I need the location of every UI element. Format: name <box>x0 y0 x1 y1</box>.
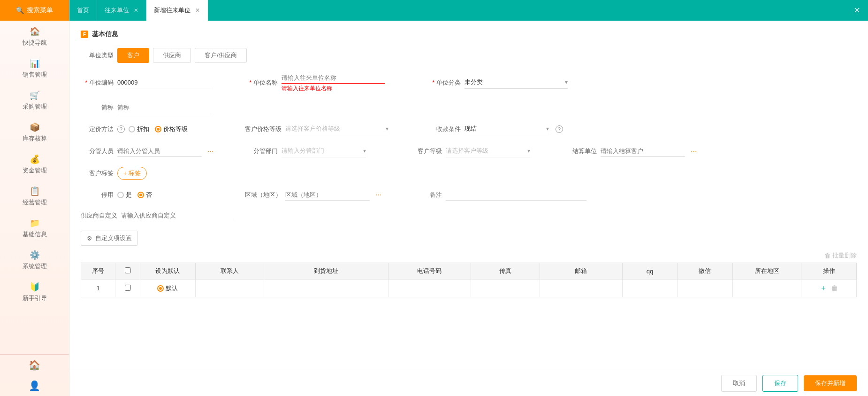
custom-settings-label: 自定义项设置 <box>95 234 132 242</box>
payment-terms-select[interactable]: 现结 ▾ <box>464 123 549 135</box>
search-menu-button[interactable]: 🔍 搜索菜单 <box>0 0 69 21</box>
wechat-input[interactable] <box>682 285 727 292</box>
address-input[interactable] <box>269 285 383 292</box>
tab-new-partner[interactable]: 新增往来单位 ✕ <box>146 0 208 21</box>
table-row: 1 默认 <box>81 280 857 297</box>
phone-input[interactable] <box>393 285 466 292</box>
region-field: 区域（地区） ··· <box>245 189 395 201</box>
sidebar-item-label: 基础信息 <box>23 230 47 239</box>
tab-home[interactable]: 首页 <box>69 0 97 21</box>
disable-label: 停用 <box>81 191 114 199</box>
table-select-all-checkbox[interactable] <box>125 267 131 273</box>
short-name-input[interactable] <box>117 102 211 113</box>
settlement-unit-input[interactable] <box>601 146 685 157</box>
pricing-help-icon[interactable]: ? <box>117 125 125 133</box>
sidebar-item-inventory[interactable]: 📦 库存核算 <box>0 116 69 148</box>
customer-level-select[interactable]: 请选择客户等级 ▾ <box>446 145 530 157</box>
row-seq: 1 <box>81 280 115 297</box>
contact-input[interactable] <box>200 285 259 292</box>
customer-price-level-select[interactable]: 请选择客户价格等级 ▾ <box>285 123 388 135</box>
save-new-button[interactable]: 保存并新增 <box>804 375 857 391</box>
notes-input[interactable] <box>446 189 586 201</box>
tab-partners[interactable]: 往来单位 ✕ <box>97 0 146 21</box>
region-label: 区域（地区） <box>245 191 282 199</box>
department-select[interactable]: 请输入分管部门 ▾ <box>282 145 366 157</box>
customer-level-placeholder: 请选择客户等级 <box>446 147 488 155</box>
disable-radios: 是 否 <box>117 191 152 199</box>
row-qq[interactable] <box>622 280 677 297</box>
pricing-discount-radio[interactable]: 折扣 <box>129 125 149 133</box>
row-delete-btn[interactable]: 🗑 <box>831 284 838 293</box>
sidebar-user-icon[interactable]: 👤 <box>0 375 69 396</box>
pricing-level-radio[interactable]: 价格等级 <box>155 125 188 133</box>
row-checkbox[interactable] <box>125 285 131 291</box>
row-fax[interactable] <box>471 280 540 297</box>
quick-nav-icon: 🏠 <box>30 26 40 37</box>
customer-tag-field: 客户标签 + 标签 <box>81 167 857 180</box>
department-chevron: ▾ <box>363 148 366 154</box>
price-level-circle <box>155 126 161 132</box>
region-table-input[interactable] <box>738 285 797 292</box>
purchase-icon: 🛒 <box>30 90 40 101</box>
tab-bar-close-all[interactable]: ✕ <box>846 5 868 16</box>
manager-row: 分管人员 ··· 分管部门 请输入分管部门 ▾ 客户等级 请选择客户等级 ▾ <box>81 145 857 157</box>
sidebar-item-finance[interactable]: 💰 资金管理 <box>0 148 69 180</box>
region-input[interactable] <box>285 189 370 201</box>
sidebar-item-system[interactable]: ⚙️ 系统管理 <box>0 244 69 276</box>
cancel-button[interactable]: 取消 <box>721 375 757 392</box>
unit-category-select[interactable]: 未分类 ▾ <box>464 76 568 89</box>
sidebar-item-label: 资金管理 <box>23 166 47 175</box>
custom-settings-button[interactable]: ⚙ 自定义项设置 <box>81 231 138 246</box>
pricing-method-field: 定价方法 ? 折扣 价格等级 <box>81 125 231 133</box>
notes-field: 备注 <box>409 189 857 201</box>
row-email[interactable] <box>540 280 622 297</box>
manager-input[interactable] <box>117 146 202 157</box>
sidebar-item-basic-info[interactable]: 📁 基础信息 <box>0 212 69 244</box>
sidebar-item-quick-nav[interactable]: 🏠 快捷导航 <box>0 21 69 53</box>
unit-name-input[interactable] <box>282 72 385 84</box>
fax-input[interactable] <box>476 285 535 292</box>
unit-type-both-btn[interactable]: 客户/供应商 <box>195 48 247 63</box>
unit-type-label: 单位类型 <box>81 51 114 60</box>
supplier-custom-label: 供应商自定义 <box>81 211 117 220</box>
unit-type-field: 单位类型 客户 供应商 客户/供应商 <box>81 48 857 63</box>
unit-type-customer-btn[interactable]: 客户 <box>117 48 149 63</box>
row-add-btn[interactable]: ＋ <box>820 283 827 293</box>
bottom-toolbar: 取消 保存 保存并新增 <box>69 370 868 396</box>
tab-partners-close[interactable]: ✕ <box>134 7 138 14</box>
manager-more-btn[interactable]: ··· <box>206 147 215 155</box>
unit-type-supplier-btn[interactable]: 供应商 <box>153 48 191 63</box>
payment-help-icon[interactable]: ? <box>556 125 563 133</box>
sidebar-item-sales[interactable]: 📊 销售管理 <box>0 53 69 85</box>
payment-terms-field: 收款条件 现结 ▾ ? <box>428 123 857 135</box>
row-address[interactable] <box>264 280 388 297</box>
email-input[interactable] <box>545 285 617 292</box>
row-contact[interactable] <box>195 280 264 297</box>
tab-new-partner-close[interactable]: ✕ <box>195 7 200 14</box>
row-region[interactable] <box>732 280 801 297</box>
unit-category-field: 单位分类 未分类 ▾ <box>428 76 587 89</box>
disable-no-radio[interactable]: 否 <box>137 191 152 199</box>
settlement-unit-more-btn[interactable]: ··· <box>689 147 699 155</box>
operations-icon: 📋 <box>30 186 40 196</box>
disable-field: 停用 是 否 <box>81 191 231 199</box>
unit-code-input[interactable] <box>117 77 211 88</box>
row-wechat[interactable] <box>678 280 732 297</box>
sidebar-item-operations[interactable]: 📋 经营管理 <box>0 180 69 212</box>
batch-delete-label[interactable]: 批量删除 <box>832 251 857 260</box>
row-phone[interactable] <box>388 280 471 297</box>
add-tag-button[interactable]: + 标签 <box>117 167 147 180</box>
save-button[interactable]: 保存 <box>762 375 798 392</box>
disable-yes-radio[interactable]: 是 <box>117 191 132 199</box>
unit-category-value: 未分类 <box>464 78 483 86</box>
region-more-btn[interactable]: ··· <box>373 191 383 199</box>
sidebar-item-guide[interactable]: 🔰 新手引导 <box>0 276 69 308</box>
qq-input[interactable] <box>627 285 672 292</box>
unit-code-field: 单位编码 <box>81 77 231 88</box>
supplier-custom-row: 供应商自定义 <box>81 210 857 221</box>
batch-delete-icon: 🗑 <box>824 252 830 259</box>
supplier-custom-input[interactable] <box>121 210 234 221</box>
sidebar-item-purchase[interactable]: 🛒 采购管理 <box>0 85 69 116</box>
sidebar-home-icon[interactable]: 🏠 <box>0 355 69 375</box>
row-default-radio[interactable]: 默认 <box>145 284 190 293</box>
